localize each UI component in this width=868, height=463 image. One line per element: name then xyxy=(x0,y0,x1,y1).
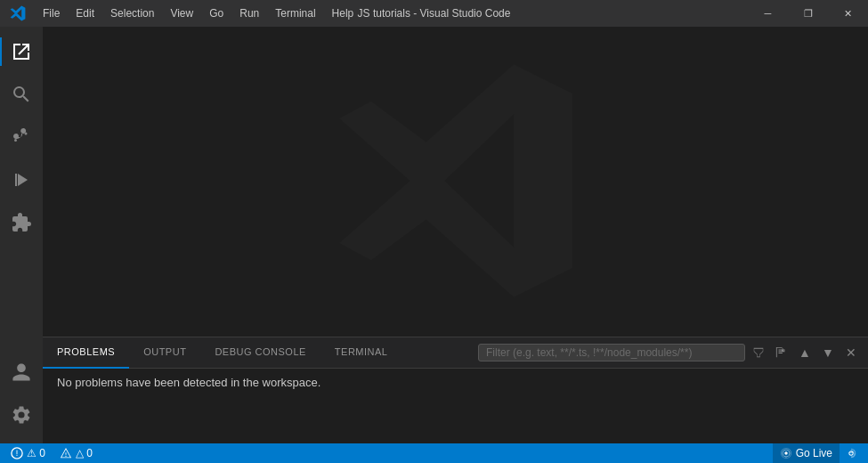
menu-bar: File Edit Selection View Go Run Terminal… xyxy=(36,4,361,22)
go-live-button[interactable]: Go Live xyxy=(773,443,840,463)
go-live-label: Go Live xyxy=(796,447,832,459)
tab-problems[interactable]: PROBLEMS xyxy=(43,337,129,369)
copy-icon[interactable] xyxy=(772,343,791,362)
activity-bar-bottom xyxy=(0,351,43,443)
panel-filter-area: ▲ ▼ ✕ xyxy=(478,343,868,362)
broadcast-icon[interactable] xyxy=(841,443,861,463)
panel: PROBLEMS OUTPUT DEBUG CONSOLE TERMINAL xyxy=(43,337,868,443)
panel-content: No problems have been detected in the wo… xyxy=(43,369,868,443)
menu-edit[interactable]: Edit xyxy=(69,4,101,22)
chevron-down-icon[interactable]: ▼ xyxy=(818,343,838,362)
activity-bar xyxy=(0,27,43,443)
menu-help[interactable]: Help xyxy=(325,4,361,22)
tab-terminal[interactable]: TERMINAL xyxy=(320,337,402,369)
menu-view[interactable]: View xyxy=(163,4,200,22)
menu-selection[interactable]: Selection xyxy=(103,4,161,22)
close-panel-icon[interactable]: ✕ xyxy=(841,343,861,362)
close-button[interactable]: ✕ xyxy=(828,0,868,27)
svg-point-2 xyxy=(784,451,788,455)
tab-output[interactable]: OUTPUT xyxy=(129,337,200,369)
maximize-button[interactable]: ❐ xyxy=(788,0,828,27)
filter-icon[interactable] xyxy=(749,343,768,362)
search-activity-icon[interactable] xyxy=(0,73,43,116)
account-activity-icon[interactable] xyxy=(0,351,43,394)
panel-tab-bar: PROBLEMS OUTPUT DEBUG CONSOLE TERMINAL xyxy=(43,337,868,369)
editor-area[interactable] xyxy=(43,27,868,337)
status-bar: ⚠ 0 △ 0 Go Live xyxy=(0,443,868,463)
run-activity-icon[interactable] xyxy=(0,158,43,201)
source-control-activity-icon[interactable] xyxy=(0,116,43,158)
vscode-watermark xyxy=(331,56,580,308)
svg-rect-0 xyxy=(15,174,17,186)
vscode-logo xyxy=(0,5,36,21)
window-title: JS tutorials - Visual Studio Code xyxy=(358,7,511,20)
status-bar-right: Go Live xyxy=(773,443,861,463)
filter-input[interactable] xyxy=(478,344,745,361)
window-controls: ─ ❐ ✕ xyxy=(748,0,868,27)
extensions-activity-icon[interactable] xyxy=(0,201,43,244)
title-bar: File Edit Selection View Go Run Terminal… xyxy=(0,0,868,27)
menu-terminal[interactable]: Terminal xyxy=(268,4,322,22)
minimize-button[interactable]: ─ xyxy=(748,0,788,27)
warnings-count[interactable]: △ 0 xyxy=(56,443,96,463)
menu-go[interactable]: Go xyxy=(202,4,231,22)
settings-activity-icon[interactable] xyxy=(0,394,43,436)
menu-run[interactable]: Run xyxy=(232,4,266,22)
tab-debug-console[interactable]: DEBUG CONSOLE xyxy=(200,337,320,369)
explorer-activity-icon[interactable] xyxy=(0,30,43,73)
main-content: PROBLEMS OUTPUT DEBUG CONSOLE TERMINAL xyxy=(0,27,868,443)
chevron-up-icon[interactable]: ▲ xyxy=(795,343,815,362)
menu-file[interactable]: File xyxy=(36,4,67,22)
errors-count[interactable]: ⚠ 0 xyxy=(7,443,49,463)
no-problems-message: No problems have been detected in the wo… xyxy=(57,376,854,389)
